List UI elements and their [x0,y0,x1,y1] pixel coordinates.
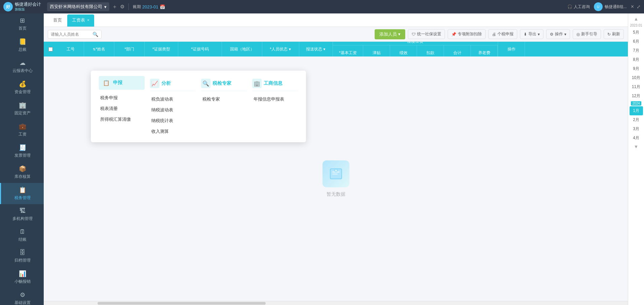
tab-home[interactable]: 首页 [48,14,67,27]
sidebar-item-multi-org[interactable]: 🏗 多机构管理 [0,204,44,225]
sidebar-label-payroll: 工资 [18,131,27,137]
th-report-status[interactable]: 报送状态 ▼ [299,42,333,56]
home-icon: ⊞ [20,17,25,24]
social-security-button[interactable]: 🛡 统一社保设置 [408,29,445,39]
th-group-label: 应发工资 [333,42,498,45]
th-status[interactable]: *人员状态 ▼ [262,42,299,56]
cal-month-6[interactable]: 6月 [630,37,643,46]
payroll-icon: 💼 [19,123,26,130]
headset-icon: 🎧 [567,4,572,9]
dropdown-grid: 📋 申报 税务申报 税表清册 所得税汇算清缴 📈 分析 税负波动表 [96,76,301,137]
sidebar-item-close-accounts[interactable]: 🗓 结账 [0,225,44,246]
user-menu[interactable]: U 畅捷通B组... [594,2,627,11]
operation-label: 操作 [555,31,563,37]
multi-org-icon: 🏗 [20,207,26,215]
no-data-text: 暂无数据 [327,191,345,197]
cal-down-button[interactable]: ▼ [633,143,640,151]
guide-label: 新手引导 [581,31,597,37]
period-value[interactable]: 2023-01 [142,4,158,9]
sidebar-item-payroll[interactable]: 💼 工资 [0,119,44,141]
cal-month-3[interactable]: 3月 [630,124,643,134]
export-button[interactable]: ⬇ 导出 ▾ [520,29,543,39]
sidebar-item-tax[interactable]: 📋 税务管理 [0,183,44,204]
dropdown-section-analysis: 📈 分析 税负波动表 纳税波动表 纳税统计表 收入测算 [147,76,198,137]
operation-icon: ⚙ [550,32,554,37]
item-income-tax-calc[interactable]: 所得税汇算清缴 [99,114,145,125]
personal-tax-button[interactable]: 🖨 个税申报 [488,29,517,39]
sidebar-item-basic-settings[interactable]: ⚙ 基础设置 [0,288,44,305]
sidebar-item-ledger[interactable]: 📒 总账 [0,35,44,56]
sidebar-item-expense[interactable]: 📊 小畅报销 [0,267,44,288]
horizontal-scrollbar[interactable] [44,301,628,305]
sort-icon: ⇅ [93,47,96,51]
sidebar-label-fixed-asset: 固定资产 [14,110,31,116]
add-person-button[interactable]: 添加人员 ▾ [375,29,405,39]
company-name: 西安虾米网络科技有限公司 [50,4,102,10]
company-selector[interactable]: 西安虾米网络科技有限公司 ▾ [47,2,109,11]
th-checkbox[interactable] [44,47,57,51]
cal-month-11[interactable]: 11月 [630,82,643,91]
cal-month-2[interactable]: 2月 [630,115,643,124]
export-icon: ⬇ [524,32,527,37]
item-tax-form[interactable]: 税表清册 [99,103,145,114]
content-inner: 🔍 添加人员 ▾ 🛡 统一社保设置 📌 专项附加扣除 🖨 个税申报 [44,27,628,301]
fund-icon: 💰 [19,80,26,88]
cal-up-button[interactable]: ▲ [633,15,640,23]
sidebar-item-cloud-report[interactable]: ☁ 云报表中心 [0,56,44,77]
cal-month-8[interactable]: 8月 [630,55,643,64]
section-header-business: 🏢 工商信息 [252,76,298,91]
cal-month-1-active[interactable]: 1月 [630,106,643,115]
sidebar-item-home[interactable]: ⊞ 首页 [0,13,44,35]
close-accounts-icon: 🗓 [20,228,26,235]
export-label: 导出 [528,31,536,37]
cal-month-10[interactable]: 10月 [630,73,643,82]
sidebar-item-fund[interactable]: 💰 资金管理 [0,77,44,98]
select-all-checkbox[interactable] [48,47,53,51]
calendar-icon[interactable]: 📅 [160,4,165,9]
operation-button[interactable]: ⚙ 操作 ▾ [546,29,570,39]
period-label: 账期 [133,4,141,10]
tax-deduct-button[interactable]: 📌 专项附加扣除 [448,29,486,39]
item-income-calc[interactable]: 收入测算 [150,126,196,137]
maximize-button[interactable]: ⤢ [637,4,641,9]
sidebar-item-invoice[interactable]: 🧾 发票管理 [0,141,44,162]
top-bar: 好 畅捷通好会计 旗舰版 西安虾米网络科技有限公司 ▾ ＋ ⚙ 账期 2023-… [0,0,644,13]
declaration-title: 申报 [113,80,122,86]
sidebar-item-archive[interactable]: 🗄 归档管理 [0,246,44,267]
cal-month-5[interactable]: 5月 [630,28,643,37]
item-expert[interactable]: 税检专家 [201,94,247,105]
cal-month-7[interactable]: 7月 [630,46,643,55]
tab-close-icon[interactable]: × [87,18,89,23]
item-tax-stats[interactable]: 纳税统计表 [150,115,196,126]
cal-year-2023-header: 2023.01 [630,23,642,28]
app-name: 畅捷通好会计 [15,2,41,7]
item-annual-report[interactable]: 年报信息申报表 [252,94,298,105]
tab-bar: 首页 工资表 × [44,13,628,27]
close-button[interactable]: × [631,4,634,10]
support-button[interactable]: 🎧 人工咨询 [567,4,590,10]
analysis-title: 分析 [161,80,171,86]
item-tax-burden[interactable]: 税负波动表 [150,94,196,105]
add-icon[interactable]: ＋ [112,3,117,10]
scrollbar-thumb[interactable] [98,302,266,305]
sidebar-item-inventory[interactable]: 📦 库存核算 [0,162,44,183]
basic-settings-icon: ⚙ [20,291,25,299]
cal-month-12[interactable]: 12月 [630,91,643,101]
guide-button[interactable]: ◎ 新手引导 [573,29,601,39]
th-name[interactable]: ⇅ *姓名 [84,42,114,56]
personal-tax-label: 个税申报 [497,31,514,37]
search-icon: 🔍 [92,32,98,37]
cal-month-4[interactable]: 4月 [630,134,643,143]
refresh-button[interactable]: ↻ 刷新 [604,29,624,39]
user-name: 畅捷通B组... [605,4,627,10]
sidebar-label-cloud-report: 云报表中心 [12,68,33,74]
tab-payroll-label: 工资表 [72,17,85,23]
item-tax-declare[interactable]: 税务申报 [99,92,145,103]
search-input[interactable] [51,32,91,37]
item-tax-payment[interactable]: 纳税波动表 [150,105,196,115]
sidebar-item-fixed-asset[interactable]: 🏢 固定资产 [0,98,44,119]
tab-payroll-table[interactable]: 工资表 × [67,14,94,27]
settings-icon[interactable]: ⚙ [120,4,124,10]
cal-month-9[interactable]: 9月 [630,64,643,73]
sidebar-label-inventory: 库存核算 [14,174,31,180]
